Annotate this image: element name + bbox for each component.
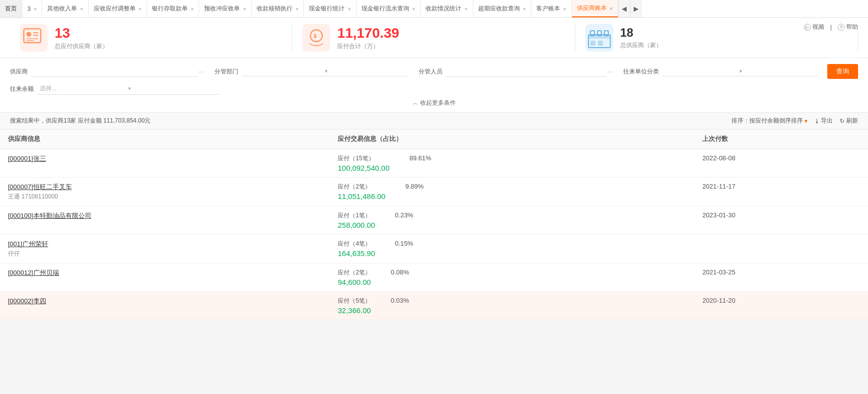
supplier-table: 供应商信息 应付交易信息（占比） 上次付数 [000001]张三应付（15笔）1… — [0, 130, 868, 320]
export-icon: ⤓ — [814, 118, 819, 125]
close-icon-income[interactable]: × — [80, 6, 83, 12]
supplier-link[interactable]: [000002]李四 — [8, 297, 46, 305]
payable-detail: 应付（2笔）11,051,486.00 — [338, 183, 385, 200]
payable-amount[interactable]: 258,000.00 — [338, 221, 375, 229]
last-pay-cell: 2020-11-20 — [694, 292, 868, 320]
category-filter-select[interactable]: ▾ — [662, 66, 818, 76]
table-row: [000100]本特勤油品有限公司应付（1笔）258,000.000.23%20… — [0, 206, 868, 235]
payable-desc: 应付（4笔） — [338, 240, 375, 248]
payable-amount[interactable]: 94,600.00 — [338, 278, 371, 286]
payable-desc: 应付（2笔） — [338, 268, 371, 277]
payable-detail: 应付（15笔）100,092,540.00 — [338, 154, 389, 172]
supplier-dots-icon[interactable]: ··· — [199, 67, 205, 75]
col-payable-info: 应付交易信息（占比） — [330, 130, 694, 149]
payable-desc: 应付（1笔） — [338, 211, 375, 220]
table-wrap: 供应商信息 应付交易信息（占比） 上次付数 [000001]张三应付（15笔）1… — [0, 130, 868, 320]
nav-tab-home[interactable]: 首页 — [0, 0, 22, 17]
close-icon-3[interactable]: × — [34, 6, 37, 12]
last-pay-cell — [694, 235, 868, 263]
payable-pct: 0.23% — [385, 211, 413, 219]
total-suppliers-num: 18 — [620, 26, 662, 40]
nav-tab-collection[interactable]: 收款核销执行 × — [252, 0, 304, 17]
close-icon-cashstat[interactable]: × — [348, 6, 351, 12]
supplier-link[interactable]: [000012]广州贝瑞 — [8, 269, 59, 276]
nav-tab-supplier[interactable]: 供应商账本 × — [572, 0, 618, 17]
help-label: 帮助 — [846, 23, 858, 31]
help-link[interactable]: ? 帮助 — [838, 23, 858, 31]
payable-info-cell: 应付（2笔）94,600.000.08% — [330, 263, 694, 292]
total-suppliers-icon — [585, 24, 613, 52]
payable-amount[interactable]: 100,092,540.00 — [338, 164, 389, 172]
video-link[interactable]: ▷ 视频 — [804, 23, 824, 31]
nav-tab-supplier-label: 供应商账本 — [577, 4, 607, 12]
result-text: 搜索结果中，供应商13家 应付金额 111,703,854.00元 — [10, 117, 150, 125]
payable-desc: 应付（15笔） — [338, 154, 389, 163]
close-icon-collection[interactable]: × — [295, 6, 298, 12]
person-dots-icon[interactable]: ··· — [607, 67, 613, 75]
filter-dept: 分管部门 ▾ — [215, 66, 409, 76]
nav-tab-adjust[interactable]: 应收应付调整单 × — [89, 0, 147, 17]
sort-icon: ▾ — [804, 118, 807, 125]
supplier-info-cell: [000012]广州贝瑞 — [0, 263, 330, 292]
collapse-button[interactable]: ︿ 收起更多条件 — [413, 99, 456, 107]
payable-amount[interactable]: 32,366.00 — [338, 306, 371, 315]
supplier-link[interactable]: [000007]恒旺二手叉车 — [8, 183, 72, 191]
col-last-pay: 上次付数 — [694, 130, 868, 149]
nav-tab-income[interactable]: 其他收入单 × — [42, 0, 88, 17]
close-icon-overdue[interactable]: × — [523, 6, 526, 12]
nav-tab-cashstat[interactable]: 现金银行统计 × — [304, 0, 356, 17]
balance-placeholder: 选择... — [40, 84, 128, 93]
payable-detail: 应付（5笔）32,366.00 — [338, 297, 371, 315]
total-payable-suppliers-label: 总应付供应商（家） — [55, 42, 108, 51]
nav-tab-3-label: 3 — [27, 5, 31, 12]
supplier-payable-icon — [20, 24, 48, 52]
payable-info-cell: 应付（1笔）258,000.000.23% — [330, 206, 694, 235]
supplier-link[interactable]: [000001]张三 — [8, 155, 46, 162]
separator: | — [830, 23, 832, 31]
supplier-link[interactable]: [000100]本特勤油品有限公司 — [8, 212, 91, 219]
close-icon-cashflow[interactable]: × — [412, 6, 415, 12]
nav-prev-button[interactable]: ◀ — [618, 0, 630, 18]
nav-tab-overdue[interactable]: 超期应收款查询 × — [473, 0, 531, 17]
close-icon-adjust[interactable]: × — [139, 6, 142, 12]
nav-tab-recvstat[interactable]: 收款情况统计 × — [421, 0, 473, 17]
payable-detail: 应付（1笔）258,000.00 — [338, 211, 375, 229]
close-icon-recvstat[interactable]: × — [464, 6, 467, 12]
balance-filter-select[interactable]: 选择... ▾ — [37, 83, 219, 95]
dept-filter-select[interactable]: ▾ — [241, 66, 409, 76]
dept-filter-label: 分管部门 — [215, 67, 238, 76]
nav-tab-overdue-label: 超期应收款查询 — [478, 4, 520, 13]
nav-tab-customer[interactable]: 客户账本 × — [531, 0, 572, 17]
payable-pct: 0.03% — [381, 297, 409, 304]
nav-next-button[interactable]: ▶ — [630, 0, 642, 18]
nav-tab-bank[interactable]: 银行存取款单 × — [147, 0, 199, 17]
export-label: 导出 — [821, 117, 833, 125]
payable-amount[interactable]: 11,051,486.00 — [338, 192, 385, 200]
result-bar-actions: 排序：按应付余额倒序排序 ▾ ⤓ 导出 ↻ 刷新 — [731, 117, 858, 125]
refresh-button[interactable]: ↻ 刷新 — [840, 117, 858, 125]
table-row: [001]广州荣轩仔仔应付（4笔）164,635.900.15% — [0, 235, 868, 263]
total-payable-suppliers-num: 13 — [55, 25, 108, 42]
nav-tab-cashflow[interactable]: 现金银行流水查询 × — [357, 0, 421, 17]
nav-tab-home-label: 首页 — [5, 4, 17, 13]
search-button[interactable]: 查询 — [827, 64, 858, 79]
payable-total-label: 应付合计（万） — [337, 42, 399, 51]
supplier-filter-input[interactable] — [31, 66, 198, 77]
category-filter-label: 往来单位分类 — [623, 67, 659, 76]
payable-amount[interactable]: 164,635.90 — [338, 249, 375, 258]
close-icon-customer[interactable]: × — [563, 6, 566, 12]
nav-tab-prepay[interactable]: 预收冲应收单 × — [199, 0, 251, 17]
sort-label[interactable]: 排序：按应付余额倒序排序 ▾ — [731, 117, 807, 125]
close-icon-supplier[interactable]: × — [610, 5, 613, 11]
close-icon-bank[interactable]: × — [191, 6, 194, 12]
nav-tab-collection-label: 收款核销执行 — [257, 4, 292, 13]
supplier-sub-info: 仔仔 — [8, 250, 322, 258]
export-button[interactable]: ⤓ 导出 — [814, 117, 833, 125]
table-header-row: 供应商信息 应付交易信息（占比） 上次付数 — [0, 130, 868, 149]
supplier-link[interactable]: [001]广州荣轩 — [8, 240, 48, 248]
nav-next-icon: ▶ — [634, 5, 639, 12]
person-filter-input[interactable] — [445, 66, 606, 77]
nav-tab-3[interactable]: 3 × — [22, 0, 42, 17]
payable-detail: 应付（2笔）94,600.00 — [338, 268, 371, 286]
close-icon-prepay[interactable]: × — [243, 6, 246, 12]
